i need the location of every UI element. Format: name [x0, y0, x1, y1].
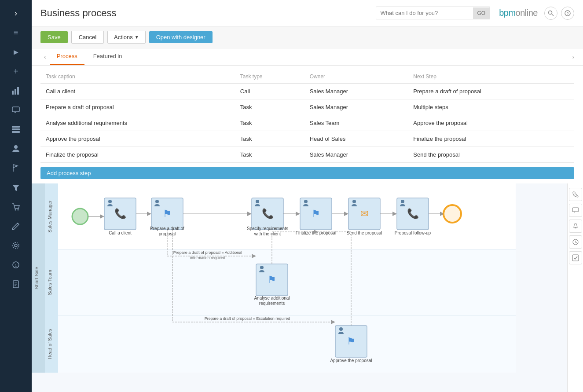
svg-text:?: ?: [566, 11, 568, 16]
sidebar-icon-settings[interactable]: [7, 237, 25, 254]
sidebar-icon-menu[interactable]: ≡: [7, 24, 25, 41]
tabs-left-arrow[interactable]: ‹: [40, 53, 50, 60]
svg-text:⚑: ⚑: [347, 336, 356, 347]
right-clock-icon[interactable]: [569, 235, 582, 249]
sidebar-icon-chevron[interactable]: ›: [7, 4, 25, 22]
svg-text:Prepare a draft of proposal = : Prepare a draft of proposal = Escalation…: [205, 316, 290, 321]
col-caption: Task caption: [40, 70, 235, 84]
svg-text:Proposal follow-up: Proposal follow-up: [395, 231, 431, 235]
header-icons: ?: [544, 7, 574, 20]
sidebar-icon-doc[interactable]: [7, 275, 25, 293]
toolbar: Save Cancel Actions ▼ Open with designer: [32, 26, 583, 48]
svg-text:requirements: requirements: [259, 301, 285, 306]
svg-text:Analyse additional: Analyse additional: [254, 296, 290, 300]
svg-rect-106: [572, 255, 579, 261]
svg-text:Specify requirements: Specify requirements: [247, 226, 288, 231]
tab-featured[interactable]: Featured in: [86, 48, 129, 65]
table-row[interactable]: Analyse additional requirementsTaskSales…: [40, 115, 574, 131]
svg-point-74: [352, 200, 356, 203]
content-area: Task caption Task type Owner Next Step C…: [32, 66, 583, 392]
sidebar-icon-badge[interactable]: 1: [7, 256, 25, 274]
svg-text:Sales Team: Sales Team: [47, 270, 52, 295]
svg-point-87: [260, 266, 264, 269]
svg-text:📞: 📞: [114, 208, 127, 220]
tabs-bar: ‹ Process Featured in ›: [32, 48, 583, 66]
right-phone-icon[interactable]: [569, 188, 582, 201]
svg-text:Send the proposal: Send the proposal: [346, 231, 382, 235]
col-next: Next Step: [408, 70, 574, 84]
right-bell-icon[interactable]: [569, 220, 582, 233]
svg-point-45: [155, 200, 159, 203]
sidebar-icon-chat[interactable]: [7, 101, 25, 119]
cancel-button[interactable]: Cancel: [71, 31, 104, 44]
add-step-button[interactable]: Add process step: [40, 167, 574, 179]
save-button[interactable]: Save: [40, 31, 68, 43]
sidebar-icon-chart[interactable]: [7, 82, 25, 99]
svg-text:Approve the proposal: Approve the proposal: [330, 358, 372, 363]
svg-text:⚑: ⚑: [312, 208, 320, 219]
svg-point-8: [15, 209, 16, 211]
svg-point-11: [13, 242, 19, 249]
table-row[interactable]: Call a clientCallSales ManagerPrepare a …: [40, 84, 574, 99]
svg-text:Sales Manager: Sales Manager: [47, 200, 52, 233]
diagram-svg: Short Sale Sales Manager Sales Team Head…: [32, 183, 516, 373]
table-row[interactable]: Prepare a draft of proposalTaskSales Man…: [40, 99, 574, 115]
diagram-wrapper: Short Sale Sales Manager Sales Team Head…: [32, 183, 583, 392]
svg-rect-34: [58, 315, 516, 373]
svg-point-9: [18, 209, 19, 211]
svg-text:⚑: ⚑: [163, 208, 172, 219]
main-content: Business process GO bpmonline ? Save Can…: [32, 0, 583, 392]
sidebar-icon-edit[interactable]: [7, 217, 25, 235]
right-comment-icon[interactable]: [569, 204, 582, 217]
process-table: Task caption Task type Owner Next Step C…: [40, 70, 574, 163]
sidebar-icon-list2[interactable]: [7, 121, 25, 138]
svg-text:Prepare a draft of proposal = : Prepare a draft of proposal = Additional: [173, 250, 242, 255]
right-sidebar: [567, 183, 583, 392]
svg-rect-5: [12, 128, 20, 130]
svg-text:⚑: ⚑: [268, 274, 276, 285]
actions-button[interactable]: Actions ▼: [107, 31, 146, 44]
sidebar-icon-plus[interactable]: +: [7, 62, 25, 80]
sidebar-icon-filter[interactable]: [7, 179, 25, 196]
table-row[interactable]: Approve the proposalTaskHead of SalesFin…: [40, 131, 574, 147]
svg-rect-1: [15, 89, 16, 95]
col-owner: Owner: [304, 70, 408, 84]
header: Business process GO bpmonline ?: [32, 0, 583, 26]
svg-point-85: [444, 205, 461, 223]
svg-point-68: [304, 200, 308, 203]
diagram-area[interactable]: Short Sale Sales Manager Sales Team Head…: [32, 183, 567, 392]
svg-text:1: 1: [15, 264, 17, 267]
svg-point-61: [256, 200, 259, 203]
left-sidebar: › ≡ ▶ + 1: [0, 0, 32, 392]
search-icon-btn[interactable]: [544, 7, 557, 20]
right-check-icon[interactable]: [569, 251, 582, 264]
tabs-right-arrow[interactable]: ›: [572, 54, 574, 60]
sidebar-icon-person[interactable]: [7, 140, 25, 158]
col-type: Task type: [235, 70, 304, 84]
table-row[interactable]: Finalize the proposalTaskSales ManagerSe…: [40, 147, 574, 163]
svg-text:Call a client: Call a client: [109, 231, 132, 235]
svg-text:with the client: with the client: [254, 231, 281, 236]
svg-point-80: [401, 200, 404, 203]
svg-rect-6: [12, 131, 20, 133]
svg-rect-0: [12, 91, 14, 95]
sidebar-icon-play[interactable]: ▶: [7, 43, 25, 61]
sidebar-icon-cart[interactable]: [7, 198, 25, 216]
svg-rect-4: [12, 126, 20, 128]
svg-rect-3: [12, 107, 19, 112]
svg-point-7: [14, 145, 18, 149]
search-input[interactable]: [376, 7, 473, 19]
svg-text:Short Sale: Short Sale: [34, 267, 39, 289]
go-button[interactable]: GO: [473, 7, 490, 19]
svg-point-39: [108, 200, 112, 203]
tab-process[interactable]: Process: [50, 48, 84, 65]
svg-text:information required: information required: [190, 256, 225, 260]
sidebar-icon-flag[interactable]: [7, 159, 25, 177]
help-icon-btn[interactable]: ?: [561, 7, 574, 20]
svg-text:📞: 📞: [262, 208, 274, 220]
svg-point-18: [549, 11, 552, 14]
page-title: Business process: [40, 7, 376, 19]
open-designer-button[interactable]: Open with designer: [149, 31, 213, 43]
svg-rect-2: [17, 87, 19, 95]
svg-text:📞: 📞: [407, 208, 419, 220]
